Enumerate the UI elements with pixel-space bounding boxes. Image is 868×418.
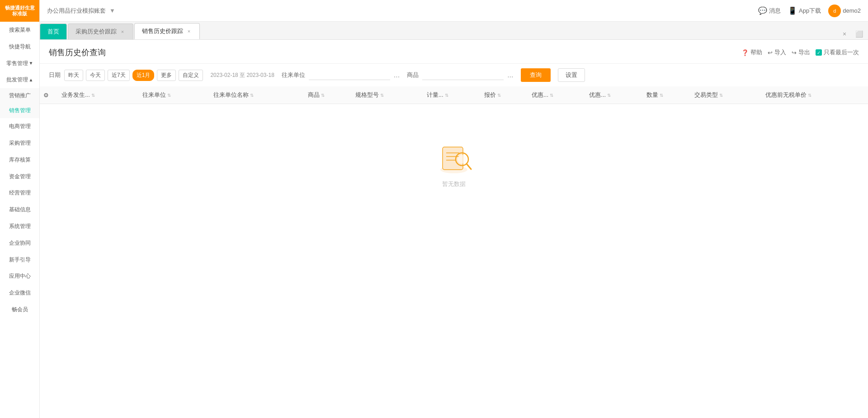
date-btn-custom[interactable]: 自定义 — [179, 70, 203, 81]
sidebar-item-sales-mgmt[interactable]: 销售管理 — [0, 103, 39, 118]
page-content: 销售历史价查询 ❓ 帮助 ↩ 导入 ↪ 导出 ✓ 只看最后一次 — [40, 40, 868, 418]
col-unit-label: 计量... — [427, 91, 443, 99]
tab-sales-history-close[interactable]: × — [186, 28, 192, 34]
company-dropdown-icon[interactable]: ▼ — [109, 7, 115, 14]
tab-home[interactable]: 首页 — [40, 24, 67, 39]
svg-point-8 — [458, 155, 467, 164]
date-btn-today[interactable]: 今天 — [86, 70, 105, 81]
date-range-text: 2023-02-18 至 2023-03-18 — [210, 71, 274, 79]
sidebar-item-label: 畅会员 — [2, 306, 38, 314]
sidebar-item-basic-info[interactable]: 基础信息 — [0, 201, 39, 218]
col-discount2[interactable]: 优惠... ⇅ — [585, 86, 643, 104]
from-unit-input[interactable] — [309, 70, 390, 80]
message-button[interactable]: 💬 消息 — [758, 6, 781, 15]
col-pretax-price[interactable]: 优惠前无税单价 ⇅ — [762, 86, 868, 104]
sort-icon-pretax-price: ⇅ — [808, 93, 811, 98]
sidebar-item-ops-mgmt[interactable]: 经营管理 — [0, 185, 39, 201]
current-company-label[interactable]: 办公用品行业模拟账套 — [47, 7, 106, 15]
sidebar-item-ecommerce-mgmt[interactable]: 电商管理 — [0, 118, 39, 135]
sidebar-item-enterprise-wechat[interactable]: 企业微信 — [0, 285, 39, 301]
sidebar-item-label: 企业协同 — [2, 239, 38, 247]
help-button[interactable]: ❓ 帮助 — [741, 48, 762, 57]
maximize-window-button[interactable]: ⬜ — [854, 28, 864, 39]
col-unit-name-label: 往来单位名称 — [213, 91, 249, 99]
app-download-icon: 📱 — [788, 6, 797, 15]
avatar: d — [828, 5, 841, 17]
user-menu[interactable]: d demo2 — [828, 5, 861, 17]
only-last-checkbox[interactable]: ✓ — [816, 49, 822, 56]
sidebar-item-label: 企业微信 — [2, 289, 38, 297]
date-btn-more[interactable]: 更多 — [157, 70, 176, 81]
col-product[interactable]: 商品 ⇅ — [304, 86, 352, 104]
sidebar-item-marketing-promo[interactable]: 营销推广 — [0, 88, 39, 103]
sidebar-item-member[interactable]: 畅会员 — [0, 301, 39, 318]
col-unit[interactable]: 计量... ⇅ — [423, 86, 481, 104]
sidebar-item-label: 营销推广 — [2, 92, 38, 100]
sort-icon-quantity: ⇅ — [660, 93, 663, 98]
sidebar-item-app-center[interactable]: 应用中心 — [0, 268, 39, 285]
settings-button[interactable]: 设置 — [558, 68, 585, 82]
from-unit-label: 往来单位 — [282, 71, 305, 79]
tab-sales-history[interactable]: 销售历史价跟踪 × — [134, 23, 200, 39]
close-window-button[interactable]: × — [839, 28, 850, 39]
page-header: 销售历史价查询 ❓ 帮助 ↩ 导入 ↪ 导出 ✓ 只看最后一次 — [40, 40, 868, 64]
only-last-checkbox-group[interactable]: ✓ 只看最后一次 — [816, 48, 859, 57]
date-filter-label: 日期 — [49, 71, 61, 79]
product-dots[interactable]: ... — [507, 71, 513, 79]
sort-icon-discount2: ⇅ — [607, 93, 611, 98]
sidebar-item-sys-mgmt[interactable]: 系统管理 — [0, 218, 39, 235]
tab-sales-history-label: 销售历史价跟踪 — [142, 27, 183, 35]
sidebar-item-inventory-calc[interactable]: 库存核算 — [0, 152, 39, 168]
import-icon: ↩ — [768, 49, 773, 56]
sidebar-item-finance-mgmt[interactable]: 资金管理 — [0, 168, 39, 185]
settings-icon[interactable]: ⚙ — [43, 92, 49, 99]
sidebar-item-label: 采购管理 — [2, 139, 38, 147]
col-spec[interactable]: 规格型号 ⇅ — [352, 86, 423, 104]
sidebar-item-label: 批发管理 — [6, 76, 28, 84]
page-header-actions: ❓ 帮助 ↩ 导入 ↪ 导出 ✓ 只看最后一次 — [741, 48, 859, 57]
app-download-button[interactable]: 📱 App下载 — [788, 6, 821, 15]
date-options: 昨天 今天 近7天 近1月 更多 自定义 — [64, 70, 203, 81]
from-unit-dots[interactable]: ... — [394, 71, 400, 79]
col-business-date[interactable]: 业务发生... ⇅ — [58, 86, 139, 104]
sidebar-item-quick-nav[interactable]: 快捷导航 — [0, 38, 39, 55]
date-btn-7days[interactable]: 近7天 — [108, 70, 130, 81]
table-area: ⚙ 业务发生... ⇅ 往来单位 ⇅ — [40, 86, 868, 224]
import-button[interactable]: ↩ 导入 — [768, 48, 786, 57]
sidebar-item-label: 零售管理 — [6, 60, 28, 67]
col-discount1[interactable]: 优惠... ⇅ — [528, 86, 585, 104]
only-last-label: 只看最后一次 — [824, 48, 859, 57]
empty-text: 暂无数据 — [442, 180, 466, 188]
col-trade-type[interactable]: 交易类型 ⇅ — [691, 86, 762, 104]
export-button[interactable]: ↪ 导出 — [792, 48, 810, 57]
col-unit-name[interactable]: 往来单位名称 ⇅ — [210, 86, 304, 104]
sidebar-item-search[interactable]: 搜索菜单 — [0, 22, 39, 38]
query-button[interactable]: 查询 — [521, 68, 551, 82]
col-quote-label: 报价 — [484, 91, 496, 99]
message-icon: 💬 — [758, 6, 767, 15]
logo-subtext: 标准版 — [12, 11, 27, 17]
sidebar-item-label: 快捷导航 — [2, 43, 38, 51]
sidebar-item-label: 应用中心 — [2, 272, 38, 280]
tab-purchase-history[interactable]: 采购历史价跟踪 × — [68, 24, 133, 39]
tab-purchase-history-close[interactable]: × — [119, 28, 126, 35]
sidebar-item-label: 基础信息 — [2, 206, 38, 214]
header-right: 💬 消息 📱 App下载 d demo2 — [758, 5, 861, 17]
sidebar-item-new-guide[interactable]: 新手引导 — [0, 252, 39, 268]
export-icon: ↪ — [792, 49, 797, 56]
date-btn-yesterday[interactable]: 昨天 — [64, 70, 83, 81]
product-label: 商品 — [407, 71, 419, 79]
sidebar-item-wholesale-mgmt[interactable]: 批发管理 ▲ — [0, 71, 39, 88]
app-logo: 畅捷通好生意 标准版 — [0, 0, 39, 22]
col-unit-code[interactable]: 往来单位 ⇅ — [139, 86, 210, 104]
col-quantity[interactable]: 数量 ⇅ — [643, 86, 690, 104]
col-discount1-label: 优惠... — [532, 91, 548, 99]
product-input[interactable] — [422, 70, 504, 80]
sidebar-item-purchase-mgmt[interactable]: 采购管理 — [0, 135, 39, 152]
col-quote[interactable]: 报价 ⇅ — [481, 86, 528, 104]
col-spec-label: 规格型号 — [355, 91, 379, 99]
date-btn-1month[interactable]: 近1月 — [132, 70, 155, 81]
sidebar-item-retail-mgmt[interactable]: 零售管理 ▼ — [0, 55, 39, 72]
sidebar-item-enterprise-collab[interactable]: 企业协同 — [0, 235, 39, 252]
table-settings-col[interactable]: ⚙ — [40, 86, 58, 104]
